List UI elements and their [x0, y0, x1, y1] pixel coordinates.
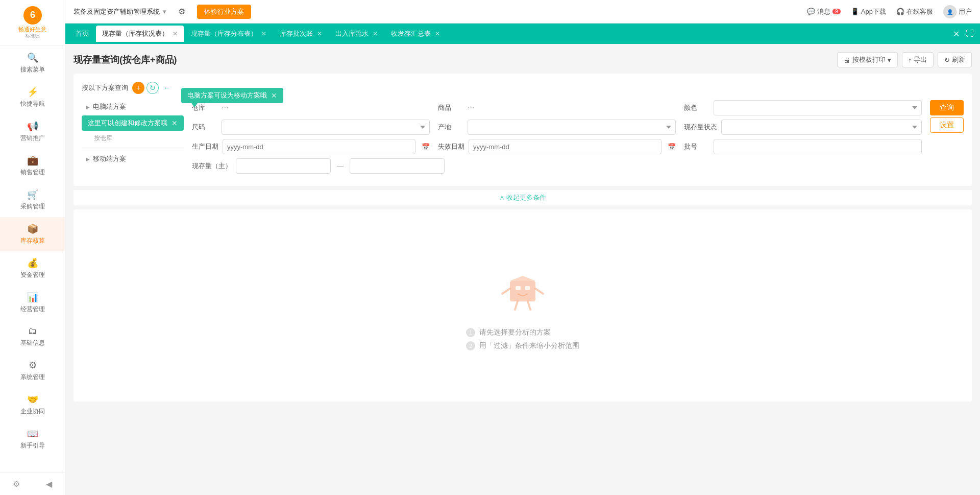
- tooltip1-text: 电脑方案可设为移动方案哦: [187, 91, 267, 100]
- tab-flow[interactable]: 出入库流水 ✕: [329, 26, 384, 42]
- tab-batch-close[interactable]: ✕: [317, 30, 322, 37]
- sidebar-settings-btn[interactable]: ⚙: [9, 477, 24, 491]
- sidebar-item-purchase[interactable]: 🛒 采购管理: [0, 183, 65, 217]
- avatar-icon: 👤: [943, 5, 957, 18]
- sidebar-collapse-btn[interactable]: ◀: [42, 477, 56, 491]
- refresh-button[interactable]: ↻ 刷新: [938, 52, 972, 67]
- app-download-area[interactable]: 📱 App下载: [851, 7, 886, 16]
- sidebar-item-system[interactable]: ⚙ 系统管理: [0, 353, 65, 388]
- empty-state-illustration: [497, 261, 548, 312]
- filter-row-4: 现存量（主） —: [192, 158, 922, 174]
- sidebar-item-marketing[interactable]: 📢 营销推广: [0, 114, 65, 149]
- stock-main-to-input[interactable]: [350, 158, 445, 174]
- filter-icon-btns: + ↻ ←: [132, 82, 173, 94]
- scheme-item-mobile[interactable]: ▶ 移动端方案: [82, 152, 184, 166]
- tab-summary[interactable]: 收发存汇总表 ✕: [385, 26, 446, 42]
- sidebar: 6 畅通好生意 标准版 🔍 搜索菜单 ⚡ 快捷导航 📢 营销推广 💼 销售管理 …: [0, 0, 65, 495]
- empty-step-1: 1 请先选择要分析的方案: [466, 328, 579, 337]
- expiry-date-input[interactable]: [469, 139, 662, 154]
- origin-label: 产地: [438, 123, 463, 132]
- scheme-panel: ▶ 电脑端方案 这里可以创建和修改方案哦 ✕ 按仓库 ▶ 移动端方案: [82, 100, 184, 178]
- svg-rect-6: [525, 286, 530, 290]
- sidebar-item-enterprise[interactable]: 🤝 企业协同: [0, 388, 65, 422]
- print-icon: 🖨: [844, 56, 850, 64]
- system-nav-icon: ⚙: [29, 360, 37, 371]
- sidebar-item-operation-label: 经营管理: [20, 305, 45, 314]
- logo-text: 畅通好生意: [18, 26, 46, 33]
- sidebar-item-search[interactable]: 🔍 搜索菜单: [0, 46, 65, 80]
- tab-inventory-status-label: 现存量（库存状况表）: [102, 29, 168, 38]
- sidebar-item-finance[interactable]: 💰 资金管理: [0, 251, 65, 286]
- tooltip1-arrow: [191, 103, 198, 107]
- header-settings-button[interactable]: ⚙: [175, 5, 189, 19]
- tooltip2-close-btn[interactable]: ✕: [172, 119, 178, 127]
- industry-solution-button[interactable]: 体验行业方案: [197, 5, 251, 19]
- collapse-bar[interactable]: ∧ 收起更多条件: [74, 190, 972, 205]
- cycle-icon: ↻: [150, 84, 156, 92]
- batch-label: 批号: [684, 142, 709, 151]
- origin-select[interactable]: [468, 120, 676, 135]
- print-button[interactable]: 🖨 按模板打印 ▾: [837, 52, 898, 67]
- tab-summary-close[interactable]: ✕: [435, 30, 440, 37]
- sidebar-footer: ⚙ ◀: [0, 473, 65, 495]
- logo-area: 6 畅通好生意 标准版: [0, 0, 65, 46]
- print-dropdown-icon: ▾: [888, 56, 891, 64]
- filter-row-2: 尺码 产地 现存量状态: [192, 120, 922, 135]
- warehouse-dots[interactable]: ···: [222, 103, 228, 112]
- production-date-input[interactable]: [223, 139, 415, 154]
- production-date-calendar-icon[interactable]: 📅: [422, 143, 430, 151]
- sidebar-item-newbie-label: 新手引导: [20, 441, 45, 450]
- tab-maximize-btn[interactable]: ⛶: [964, 27, 976, 41]
- filter-row-1: 仓库 ··· 商品 ··· 颜色: [192, 100, 922, 115]
- tab-close-all-btn[interactable]: ✕: [951, 27, 962, 41]
- sidebar-item-shortcut[interactable]: ⚡ 快捷导航: [0, 80, 65, 114]
- empty-step-2: 2 用「过滤」条件来缩小分析范围: [466, 341, 579, 350]
- sidebar-item-marketing-label: 营销推广: [20, 134, 45, 143]
- svg-line-7: [502, 289, 510, 294]
- user-area[interactable]: 👤 用户: [943, 5, 972, 18]
- tooltip2-text: 这里可以创建和修改方案哦: [88, 119, 167, 128]
- expiry-date-calendar-icon[interactable]: 📅: [668, 143, 676, 151]
- tab-home[interactable]: 首页: [69, 26, 95, 42]
- online-support-area[interactable]: 🎧 在线客服: [896, 7, 933, 16]
- empty-state: 1 请先选择要分析的方案 2 用「过滤」条件来缩小分析范围: [74, 230, 972, 381]
- back-icon: ←: [163, 84, 170, 92]
- filter-actions: 查询 设置: [930, 100, 964, 178]
- tooltip1-close-btn[interactable]: ✕: [271, 91, 277, 100]
- filter-header: 按以下方案查询 + ↻ ← 电脑方案可设为移动方案哦: [82, 82, 964, 94]
- size-select[interactable]: [222, 120, 430, 135]
- sidebar-item-newbie[interactable]: 📖 新手引导: [0, 422, 65, 456]
- sidebar-item-inventory[interactable]: 📦 库存核算: [0, 217, 65, 251]
- back-btn[interactable]: ←: [161, 82, 173, 94]
- sidebar-item-basic[interactable]: 🗂 基础信息: [0, 320, 65, 353]
- tab-inventory-status-close[interactable]: ✕: [173, 30, 178, 37]
- stock-main-label: 现存量（主）: [192, 161, 232, 171]
- print-label: 按模板打印: [852, 55, 886, 64]
- goods-dots[interactable]: ···: [468, 103, 474, 112]
- headset-icon: 🎧: [896, 8, 904, 15]
- query-button[interactable]: 查询: [930, 100, 964, 115]
- batch-input[interactable]: [714, 139, 922, 154]
- export-button[interactable]: ↑ 导出: [902, 52, 934, 67]
- filter-goods: 商品 ···: [438, 100, 676, 115]
- color-select[interactable]: [714, 100, 922, 115]
- stock-main-from-input[interactable]: [236, 158, 331, 174]
- sidebar-item-basic-label: 基础信息: [20, 339, 45, 347]
- tab-inventory-status[interactable]: 现存量（库存状况表） ✕: [96, 26, 184, 42]
- sidebar-item-shortcut-label: 快捷导航: [20, 100, 45, 108]
- mobile-icon: 📱: [851, 8, 859, 15]
- notification-area[interactable]: 💬 消息 9: [807, 7, 841, 16]
- scheme-item-desktop[interactable]: ▶ 电脑端方案: [82, 100, 184, 113]
- cycle-scheme-btn[interactable]: ↻: [146, 82, 159, 94]
- sidebar-item-sales[interactable]: 💼 销售管理: [0, 149, 65, 183]
- reset-button[interactable]: 设置: [930, 117, 964, 133]
- notification-icon: 💬: [807, 8, 815, 15]
- tab-flow-close[interactable]: ✕: [373, 30, 378, 37]
- add-scheme-btn[interactable]: +: [132, 82, 144, 94]
- tab-inventory-dist[interactable]: 现存量（库存分布表） ✕: [185, 26, 273, 42]
- online-support-label: 在线客服: [906, 7, 933, 16]
- stock-status-select[interactable]: [721, 120, 922, 135]
- tab-batch[interactable]: 库存批次账 ✕: [274, 26, 328, 42]
- tab-inventory-dist-close[interactable]: ✕: [261, 30, 266, 37]
- sidebar-item-operation[interactable]: 📊 经营管理: [0, 286, 65, 320]
